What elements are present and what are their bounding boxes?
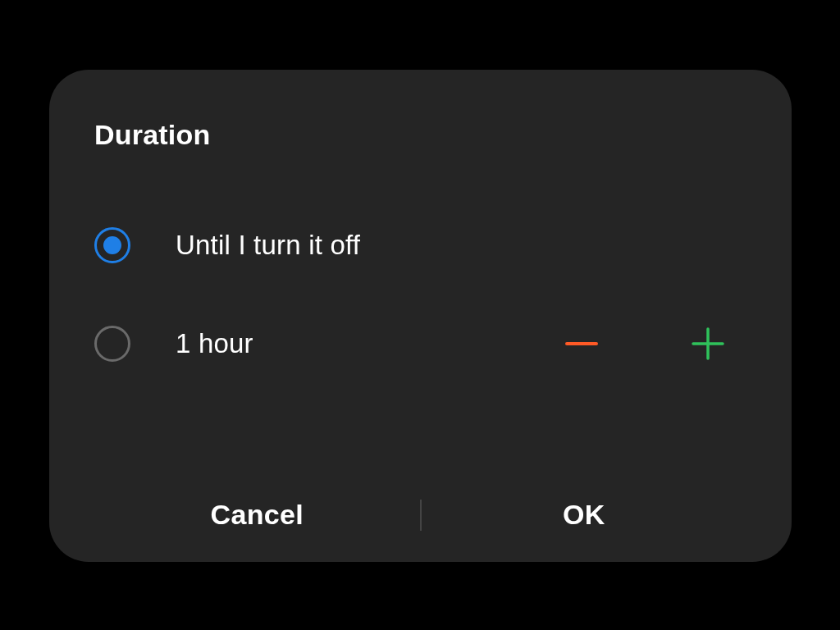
options-list: Until I turn it off 1 hour xyxy=(94,196,746,468)
duration-stepper xyxy=(564,326,746,362)
button-divider xyxy=(420,500,422,531)
option-timed-label: 1 hour xyxy=(176,328,564,359)
dialog-title: Duration xyxy=(94,119,746,151)
ok-button[interactable]: OK xyxy=(422,499,747,531)
radio-selected-dot-icon xyxy=(103,236,121,254)
option-until-off-label: Until I turn it off xyxy=(176,230,746,261)
option-timed[interactable]: 1 hour xyxy=(94,294,746,393)
increase-duration-button[interactable] xyxy=(690,326,726,362)
minus-icon xyxy=(564,326,600,362)
radio-timed[interactable] xyxy=(94,326,130,362)
cancel-button[interactable]: Cancel xyxy=(94,499,420,531)
option-until-off[interactable]: Until I turn it off xyxy=(94,196,746,294)
decrease-duration-button[interactable] xyxy=(564,326,600,362)
duration-dialog: Duration Until I turn it off 1 hour xyxy=(49,70,792,562)
plus-icon xyxy=(690,326,726,362)
dialog-button-bar: Cancel OK xyxy=(94,468,746,562)
radio-until-off[interactable] xyxy=(94,227,130,263)
